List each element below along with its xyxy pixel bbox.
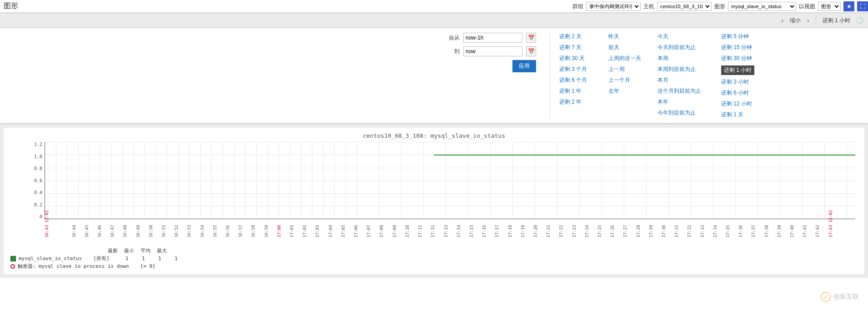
preset-link[interactable]: 今年到目前为止 bbox=[657, 109, 721, 117]
x-tick-label: 17:43 12-02 bbox=[828, 210, 847, 237]
legend-color-box bbox=[10, 256, 16, 261]
preset-link[interactable]: 上周的这一天 bbox=[608, 55, 657, 62]
to-calendar-icon[interactable]: 📅 bbox=[526, 46, 536, 56]
preset-link[interactable]: 这个月到目前为止 bbox=[657, 87, 721, 95]
prev-arrow-icon[interactable]: ‹ bbox=[781, 17, 783, 24]
next-arrow-icon[interactable]: › bbox=[807, 17, 809, 24]
trigger-condition: [= 0] bbox=[140, 263, 156, 269]
legend-header-cell: 最大 bbox=[151, 247, 167, 254]
legend-header: 最新最小平均最大 bbox=[101, 247, 167, 254]
legend-value-cell: 1 bbox=[112, 256, 129, 261]
view-label: 以视图 bbox=[799, 3, 815, 10]
preset-col-4: 还剩 5 分钟还剩 15 分钟还剩 30 分钟还剩 1 小时还剩 3 小时还剩 … bbox=[721, 33, 770, 119]
page-title: 图形 bbox=[4, 1, 18, 11]
y-tick-label: 0.6 bbox=[29, 178, 42, 183]
legend-series-tag: [所有] bbox=[93, 255, 109, 262]
view-select[interactable]: 图形 bbox=[818, 2, 841, 11]
legend-trigger-row: 触发器: mysql slave io process is down [= 0… bbox=[10, 263, 858, 270]
preset-link[interactable]: 本年 bbox=[657, 98, 721, 106]
legend: 最新最小平均最大 mysql_slave_io_status [所有] 1111… bbox=[10, 247, 858, 270]
legend-value-cell: 1 bbox=[161, 256, 178, 261]
preset-link[interactable]: 还剩 7 天 bbox=[559, 44, 608, 51]
legend-value-cell: 1 bbox=[129, 256, 145, 261]
y-tick-label: 1.0 bbox=[29, 154, 42, 159]
preset-link[interactable]: 本周到目前为止 bbox=[657, 65, 721, 73]
preset-link[interactable]: 还剩 3 小时 bbox=[721, 78, 770, 86]
filter-inputs: 自从 📅 到 📅 应用 bbox=[0, 33, 550, 119]
preset-link[interactable]: 还剩 6 个月 bbox=[559, 76, 608, 84]
chart-panel: centos10_68_3_108: mysql_slave_io_status… bbox=[4, 128, 864, 274]
legend-header-cell: 平均 bbox=[134, 247, 151, 254]
graph-label: 图形 bbox=[714, 3, 725, 10]
preset-link[interactable]: 昨天 bbox=[608, 33, 657, 40]
preset-link[interactable]: 还剩 2 年 bbox=[559, 98, 608, 106]
legend-series-name: mysql_slave_io_status bbox=[19, 256, 82, 261]
preset-link[interactable]: 还剩 5 分钟 bbox=[721, 33, 770, 40]
chart-title: centos10_68_3_108: mysql_slave_io_status bbox=[10, 132, 858, 139]
zoom-out-button[interactable]: 缩小 bbox=[790, 17, 801, 25]
clock-icon[interactable]: 🕓 bbox=[857, 17, 863, 24]
preset-link[interactable]: 前天 bbox=[608, 44, 657, 51]
favorite-icon[interactable]: ★ bbox=[843, 1, 854, 11]
preset-link[interactable]: 还剩 12 小时 bbox=[721, 100, 770, 108]
filter-panel: 自从 📅 到 📅 应用 还剩 2 天还剩 7 天还剩 30 天还剩 3 个月还剩… bbox=[0, 28, 868, 124]
from-calendar-icon[interactable]: 📅 bbox=[526, 33, 536, 43]
graph-select[interactable]: mysql_slave_io_status bbox=[728, 2, 796, 11]
preset-link[interactable]: 还剩 30 分钟 bbox=[721, 55, 770, 62]
preset-link[interactable]: 还剩 3 个月 bbox=[559, 65, 608, 73]
preset-link[interactable]: 上一周 bbox=[608, 65, 657, 73]
preset-link[interactable]: 上一个月 bbox=[608, 76, 657, 84]
trigger-text: mysql slave io process is down bbox=[39, 263, 129, 269]
plot-grid bbox=[45, 142, 855, 219]
chart-wrapper: centos10_68_3_108: mysql_slave_io_status… bbox=[0, 124, 868, 278]
preset-link[interactable]: 还剩 1 年 bbox=[559, 87, 608, 95]
from-label: 自从 bbox=[449, 34, 460, 42]
legend-values: 1111 bbox=[112, 256, 178, 261]
preset-link[interactable]: 还剩 2 天 bbox=[559, 33, 608, 40]
apply-button[interactable]: 应用 bbox=[512, 60, 536, 72]
y-axis-labels: 1.21.00.80.60.40.20 bbox=[29, 142, 42, 219]
plot-area[interactable]: 1.21.00.80.60.40.20 16:43 12-0216:4416:4… bbox=[29, 142, 855, 228]
separator bbox=[816, 16, 816, 25]
y-tick-label: 1.2 bbox=[29, 142, 42, 147]
legend-value-cell: 1 bbox=[145, 256, 161, 261]
fullscreen-icon[interactable]: ⛶ bbox=[857, 1, 868, 11]
top-header: 图形 群组 掌中保内网测试环境 主机 centos10_68_3_108 图形 … bbox=[0, 0, 868, 13]
preset-link[interactable]: 本周 bbox=[657, 55, 721, 62]
legend-header-cell: 最小 bbox=[118, 247, 134, 254]
host-select[interactable]: centos10_68_3_108 bbox=[657, 2, 712, 11]
top-filters: 群组 掌中保内网测试环境 主机 centos10_68_3_108 图形 mys… bbox=[572, 0, 868, 13]
preset-col-3: 今天今天到目前为止本周本周到目前为止本月这个月到目前为止本年今年到目前为止 bbox=[657, 33, 721, 119]
trigger-label: 触发器: bbox=[18, 263, 36, 270]
preset-col-1: 还剩 2 天还剩 7 天还剩 30 天还剩 3 个月还剩 6 个月还剩 1 年还… bbox=[559, 33, 608, 119]
time-nav: ‹ 缩小 › 还剩 1 小时 🕓 bbox=[0, 13, 868, 28]
series-line bbox=[434, 155, 855, 156]
preset-link[interactable]: 去年 bbox=[608, 87, 657, 95]
preset-link[interactable]: 还剩 1 天 bbox=[721, 111, 770, 119]
trigger-icon bbox=[10, 264, 15, 269]
legend-series-row: mysql_slave_io_status [所有] 1111 bbox=[10, 255, 858, 262]
y-tick-label: 0.2 bbox=[29, 202, 42, 207]
y-tick-label: 0 bbox=[29, 214, 42, 219]
group-label: 群组 bbox=[572, 3, 583, 10]
y-tick-label: 0.8 bbox=[29, 166, 42, 171]
preset-link[interactable]: 还剩 6 小时 bbox=[721, 89, 770, 97]
legend-header-cell: 最新 bbox=[101, 247, 118, 254]
preset-link[interactable]: 还剩 1 小时 bbox=[721, 65, 754, 75]
preset-link[interactable]: 今天 bbox=[657, 33, 721, 40]
x-tick-label: 16:43 12-02 bbox=[45, 210, 63, 237]
x-axis-labels: 16:43 12-0216:4416:4516:4616:4716:4816:4… bbox=[45, 224, 855, 242]
preset-link[interactable]: 本月 bbox=[657, 76, 721, 84]
host-label: 主机 bbox=[643, 3, 654, 10]
time-presets: 还剩 2 天还剩 7 天还剩 30 天还剩 3 个月还剩 6 个月还剩 1 年还… bbox=[550, 33, 868, 119]
preset-link[interactable]: 还剩 30 天 bbox=[559, 55, 608, 62]
group-select[interactable]: 掌中保内网测试环境 bbox=[586, 2, 641, 11]
y-tick-label: 0.4 bbox=[29, 190, 42, 195]
to-input[interactable] bbox=[463, 46, 522, 56]
preset-col-2: 昨天前天上周的这一天上一周上一个月去年 bbox=[608, 33, 657, 119]
preset-link[interactable]: 今天到目前为止 bbox=[657, 44, 721, 51]
to-label: 到 bbox=[454, 48, 460, 55]
from-input[interactable] bbox=[463, 33, 522, 43]
preset-link[interactable]: 还剩 15 分钟 bbox=[721, 44, 770, 51]
time-range-label: 还剩 1 小时 bbox=[823, 17, 850, 25]
